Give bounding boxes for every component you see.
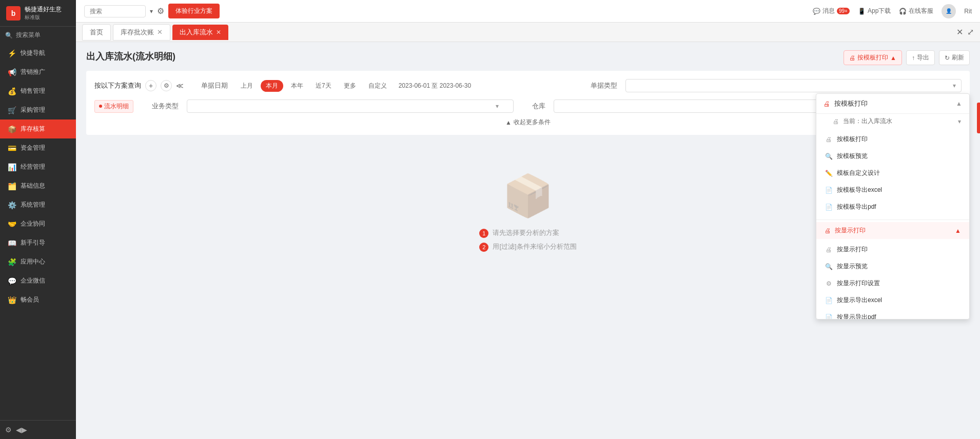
dropdown-item-display-print[interactable]: 🖨 按显示打印 — [816, 241, 969, 258]
service-btn[interactable]: 🎧 在线客服 — [899, 7, 933, 15]
template-excel-icon: 📄 — [825, 186, 833, 194]
window-close-btn[interactable]: ✕ — [956, 27, 963, 37]
display-settings-label: 按显示打印设置 — [837, 279, 880, 288]
sidebar-search[interactable]: 🔍 搜索菜单 — [0, 27, 76, 44]
sidebar-settings-icon[interactable]: ⚙ — [5, 426, 12, 434]
date-btn-this-month[interactable]: 本月 — [261, 80, 283, 92]
tab-home-label: 首页 — [90, 28, 103, 37]
tab-flow-close-icon[interactable]: ✕ — [216, 29, 221, 36]
filter-type-tag[interactable]: 流水明细 — [94, 100, 133, 113]
display-pdf-icon: 📄 — [825, 313, 833, 320]
tab-home[interactable]: 首页 — [82, 24, 111, 41]
print-template-btn[interactable]: 🖨 按模板打印 ▲ — [844, 50, 902, 65]
topbar-search-input[interactable] — [84, 5, 146, 17]
dropdown-item-template-pdf[interactable]: 📄 按模板导出pdf — [816, 198, 969, 215]
app-download-btn[interactable]: 📱 App下载 — [858, 7, 891, 15]
sidebar-item-operations[interactable]: 📊 经营管理 — [0, 157, 76, 176]
biz-type-chevron-icon: ▾ — [496, 103, 499, 110]
sales-icon: 💰 — [7, 87, 16, 95]
message-icon: 💬 — [813, 8, 820, 15]
dropdown-item-display-excel[interactable]: 📄 按显示导出excel — [816, 292, 969, 309]
doc-type-select[interactable]: ▾ — [625, 79, 962, 92]
sidebar-collapse-icon[interactable]: ◀▶ — [16, 426, 27, 434]
dropdown-item-display-preview[interactable]: 🔍 按显示预览 — [816, 258, 969, 275]
sidebar-item-inventory[interactable]: 📦 库存核算 — [0, 119, 76, 138]
display-section: 🖨 按显示打印 🔍 按显示预览 ⚙ 按显示打印设置 📄 按显示导出excel — [816, 239, 969, 319]
filter-tag-label: 流水明细 — [104, 102, 129, 111]
template-preview-icon: 🔍 — [825, 152, 833, 161]
dropdown-item-display-pdf[interactable]: 📄 按显示导出pdf — [816, 309, 969, 319]
dropdown-item-template-custom[interactable]: ✏️ 模板自定义设计 — [816, 165, 969, 182]
biz-type-select[interactable]: ▾ — [187, 99, 514, 113]
filter-set-btn[interactable]: ⚙ — [161, 80, 172, 91]
sidebar-item-appcenter[interactable]: 🧩 应用中心 — [0, 252, 76, 271]
sidebar-item-purchase[interactable]: 🛒 采购管理 — [0, 101, 76, 119]
filter-collapse-icon[interactable]: ≪ — [176, 82, 184, 90]
sidebar-item-basic[interactable]: 🗂️ 基础信息 — [0, 176, 76, 195]
dropdown-item-template-preview[interactable]: 🔍 按模板预览 — [816, 148, 969, 165]
window-maximize-btn[interactable]: ⤢ — [967, 27, 974, 37]
empty-step-1: 1 请先选择要分析的方案 — [479, 228, 576, 238]
sidebar-item-label: 销售管理 — [21, 87, 45, 95]
sidebar-item-marketing[interactable]: 📢 营销推广 — [0, 63, 76, 82]
filter-tag-dot — [99, 105, 102, 108]
dropdown-divider — [816, 220, 969, 220]
step-2-num: 2 — [479, 243, 488, 252]
dropdown-item-display-settings[interactable]: ⚙ 按显示打印设置 — [816, 275, 969, 292]
date-btn-custom[interactable]: 自定义 — [364, 79, 391, 92]
dropdown-item-template-print[interactable]: 🖨 按模板打印 — [816, 131, 969, 148]
current-template-arrow-icon: ▾ — [958, 118, 961, 125]
filter-add-btn[interactable]: + — [145, 80, 156, 91]
message-btn[interactable]: 💬 消息 99+ — [813, 7, 850, 15]
top-actions: 🖨 按模板打印 ▲ ↑ 导出 ↻ 刷新 — [844, 50, 970, 65]
topbar: ▾ ⚙ 体验行业方案 💬 消息 99+ 📱 App下载 🎧 在线客服 👤 Rit — [76, 0, 980, 23]
template-preview-label: 按模板预览 — [837, 152, 868, 161]
topbar-gear-icon[interactable]: ⚙ — [157, 6, 164, 16]
sidebar-item-quicknav[interactable]: ⚡ 快捷导航 — [0, 44, 76, 63]
tab-batch[interactable]: 库存批次账 ✕ — [113, 24, 170, 41]
phone-icon: 📱 — [858, 8, 866, 15]
app-badge: 标准版 — [25, 14, 62, 21]
dropdown-chevron-up-icon[interactable]: ▲ — [956, 100, 962, 107]
date-btn-last7[interactable]: 近7天 — [311, 79, 336, 92]
display-print-label: 按显示打印 — [837, 245, 868, 254]
tab-batch-close-icon[interactable]: ✕ — [157, 28, 163, 36]
topbar-left: ▾ ⚙ 体验行业方案 — [84, 4, 807, 18]
tab-flow[interactable]: 出入库流水 ✕ — [172, 25, 228, 40]
export-label: 导出 — [917, 53, 929, 62]
chevron-down-icon: ▾ — [953, 82, 956, 89]
sidebar-item-wechat[interactable]: 💬 企业微信 — [0, 271, 76, 290]
date-btn-this-year[interactable]: 本年 — [286, 79, 308, 92]
printer-icon: 🖨 — [849, 54, 855, 62]
tab-batch-label: 库存批次账 — [121, 28, 154, 37]
sidebar-item-member[interactable]: 👑 畅会员 — [0, 290, 76, 309]
sidebar-item-label: 应用中心 — [21, 257, 45, 266]
sidebar-item-finance[interactable]: 💳 资金管理 — [0, 138, 76, 157]
display-preview-icon: 🔍 — [825, 263, 833, 271]
filter-main-label: 按以下方案查询 + ⚙ ≪ — [94, 80, 184, 91]
sidebar-item-guide[interactable]: 📖 新手引导 — [0, 233, 76, 252]
sidebar-item-system[interactable]: ⚙️ 系统管理 — [0, 195, 76, 214]
sidebar-item-collab[interactable]: 🤝 企业协同 — [0, 214, 76, 233]
current-template-label: 当前：出入库流水 — [843, 117, 892, 126]
topbar-chevron-icon[interactable]: ▾ — [150, 8, 153, 15]
doc-type-label: 单据类型 — [591, 81, 617, 90]
date-btn-more[interactable]: 更多 — [339, 79, 361, 92]
display-section-header[interactable]: 🖨 按显示打印 ▲ — [816, 222, 969, 239]
sidebar-item-sales[interactable]: 💰 销售管理 — [0, 82, 76, 101]
export-btn[interactable]: ↑ 导出 — [906, 50, 935, 65]
display-excel-label: 按显示导出excel — [837, 296, 882, 305]
dropdown-printer-icon: 🖨 — [824, 100, 830, 108]
sidebar-item-label: 企业微信 — [21, 276, 45, 285]
chevron-up-icon: ▲ — [890, 54, 896, 62]
dropdown-item-template-excel[interactable]: 📄 按模板导出excel — [816, 182, 969, 198]
sidebar-item-label: 营销推广 — [21, 68, 45, 76]
trial-btn[interactable]: 体验行业方案 — [168, 4, 220, 18]
right-edge-handle[interactable] — [977, 103, 980, 133]
sidebar-item-label: 资金管理 — [21, 144, 45, 152]
basic-icon: 🗂️ — [7, 182, 16, 190]
guide-icon: 📖 — [7, 239, 16, 247]
refresh-btn[interactable]: ↻ 刷新 — [939, 50, 970, 65]
date-btn-last-month[interactable]: 上月 — [236, 79, 258, 92]
dropdown-current-template[interactable]: 🖨 当前：出入库流水 ▾ — [816, 114, 969, 129]
